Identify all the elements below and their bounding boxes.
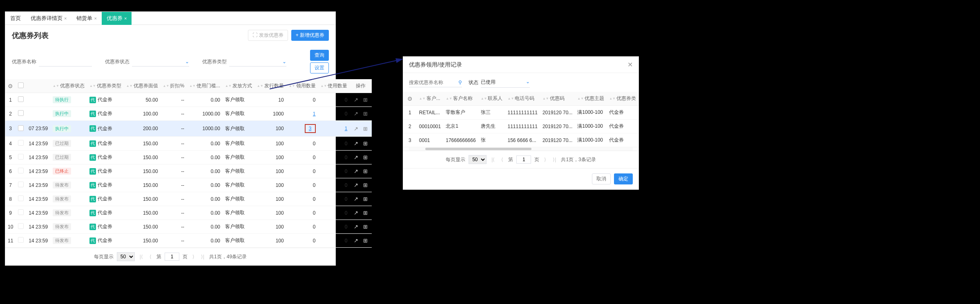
share-icon[interactable]: ↗ bbox=[354, 97, 358, 103]
modal-page-input[interactable] bbox=[516, 155, 531, 164]
row-checkbox[interactable] bbox=[18, 154, 24, 160]
cancel-button[interactable]: 取消 bbox=[592, 173, 611, 184]
scrollbar-thumb[interactable] bbox=[425, 148, 531, 150]
sort-icon[interactable]: ▲▼ bbox=[321, 85, 327, 87]
qrcode-icon[interactable]: ⊞ bbox=[363, 111, 368, 117]
table-row[interactable]: 4 14 23:59 已过期 代代金券 150.00 -- 0.00 客户领取 … bbox=[5, 137, 372, 151]
settings-button[interactable]: 设置 bbox=[310, 62, 329, 73]
coupon-table: ⚙ ▲▼优惠券状态 ▲▼优惠券类型 ▲▼优惠券面值 ▲▼折扣% ▲▼使用门槛..… bbox=[5, 79, 372, 248]
sort-icon[interactable]: ▲▼ bbox=[189, 85, 196, 87]
pager-summary: 共1页，49条记录 bbox=[209, 253, 247, 260]
filter-type-select[interactable] bbox=[229, 57, 286, 67]
query-button[interactable]: 查询 bbox=[310, 50, 329, 61]
sort-icon[interactable]: ▲▼ bbox=[507, 98, 514, 100]
close-icon[interactable]: × bbox=[94, 16, 96, 21]
row-checkbox[interactable] bbox=[18, 96, 24, 102]
prev-page-icon[interactable]: ⟨ bbox=[500, 157, 505, 162]
table-row[interactable]: 8 14 23:59 待发布 代代金券 150.00 -- 0.00 客户领取 … bbox=[5, 192, 372, 206]
share-icon: ↗ bbox=[354, 140, 358, 146]
share-icon[interactable]: ↗ bbox=[354, 111, 358, 117]
first-page-icon[interactable]: |⟨ bbox=[490, 157, 496, 162]
sort-icon[interactable]: ▲▼ bbox=[53, 85, 59, 87]
tab-优惠券[interactable]: 优惠券× bbox=[102, 12, 132, 25]
sort-icon[interactable]: ▲▼ bbox=[577, 98, 584, 100]
claim-qty-link[interactable]: 3 bbox=[309, 126, 312, 131]
table-row[interactable]: 10 14 23:59 待发布 代代金券 150.00 -- 0.00 客户领取… bbox=[5, 220, 372, 234]
gear-icon[interactable]: ⚙ bbox=[407, 95, 413, 102]
row-checkbox[interactable] bbox=[18, 125, 24, 131]
sort-icon[interactable]: ▲▼ bbox=[89, 85, 96, 87]
last-page-icon[interactable]: ⟩| bbox=[199, 254, 206, 260]
row-checkbox[interactable] bbox=[18, 110, 24, 116]
table-row[interactable]: 2 00010001 北京1 唐先生 11111111111 2019120 7… bbox=[403, 120, 638, 133]
sort-icon[interactable]: ▲▼ bbox=[289, 85, 295, 87]
first-page-icon[interactable]: |⟨ bbox=[138, 254, 145, 260]
row-checkbox[interactable] bbox=[18, 182, 24, 187]
qrcode-icon: ⊞ bbox=[363, 182, 368, 188]
table-row[interactable]: 5 14 23:59 已过期 代代金券 150.00 -- 0.00 客户领取 … bbox=[5, 151, 372, 164]
row-checkbox[interactable] bbox=[18, 209, 24, 215]
qrcode-icon[interactable]: ⊞ bbox=[363, 126, 368, 132]
prev-page-icon[interactable]: ⟨ bbox=[148, 254, 153, 260]
sort-icon[interactable]: ▲▼ bbox=[446, 98, 452, 100]
close-icon[interactable]: × bbox=[64, 16, 67, 21]
row-checkbox[interactable] bbox=[18, 223, 24, 229]
table-row[interactable]: 1 待执行 代代金券 50.00 -- 0.00 客户领取 10 0 0 ↗ ⊞ bbox=[5, 93, 372, 107]
table-row[interactable]: 9 14 23:59 待发布 代代金券 150.00 -- 0.00 客户领取 … bbox=[5, 206, 372, 220]
last-page-icon[interactable]: ⟩| bbox=[551, 157, 558, 162]
share-icon: ↗ bbox=[354, 168, 358, 174]
add-coupon-button[interactable]: + 新增优惠券 bbox=[291, 30, 329, 41]
row-checkbox[interactable] bbox=[18, 237, 24, 243]
row-checkbox[interactable] bbox=[18, 195, 24, 201]
table-row[interactable]: 7 14 23:59 待发布 代代金券 150.00 -- 0.00 客户领取 … bbox=[5, 178, 372, 192]
search-icon[interactable]: ⚲ bbox=[458, 80, 462, 85]
close-icon[interactable]: ✕ bbox=[627, 61, 633, 69]
status-badge: 待发布 bbox=[53, 195, 71, 202]
table-row[interactable]: 3 0001 17666666666 张 156 6666 6... 20191… bbox=[403, 133, 638, 147]
table-row[interactable]: 6 14 23:59 已终止 代代金券 150.00 -- 0.00 客户领取 … bbox=[5, 164, 372, 178]
sort-icon[interactable]: ▲▼ bbox=[542, 98, 549, 100]
sort-icon[interactable]: ▲▼ bbox=[163, 85, 170, 87]
modal-per-page-select[interactable]: 50 bbox=[469, 155, 487, 164]
filter-type-label: 优惠券类型 bbox=[202, 58, 227, 65]
row-checkbox[interactable] bbox=[18, 168, 24, 173]
claim-qty-link[interactable]: 1 bbox=[313, 111, 316, 117]
table-row[interactable]: 11 14 23:59 待发布 代代金券 150.00 -- 0.00 客户领取… bbox=[5, 234, 372, 248]
voucher-icon: 代 bbox=[89, 168, 96, 175]
table-row[interactable]: 3 07 23:59 执行中 代代金券 200.00 -- 1000.00 客户… bbox=[5, 121, 372, 137]
page-actions: ⛶ 发放优惠券 + 新增优惠券 bbox=[248, 30, 329, 41]
share-icon[interactable]: ↗ bbox=[354, 126, 358, 132]
table-row[interactable]: 1 RETAIL... 零散客户 张三 11111111111 2019120 … bbox=[403, 106, 638, 120]
table-row[interactable]: 2 执行中 代代金券 100.00 -- 1000.00 客户领取 1000 1… bbox=[5, 107, 372, 121]
qrcode-icon[interactable]: ⊞ bbox=[363, 97, 368, 103]
gear-icon[interactable]: ⚙ bbox=[8, 83, 13, 89]
sort-icon[interactable]: ▲▼ bbox=[126, 85, 133, 87]
modal-search-input[interactable]: ⚲ bbox=[409, 78, 462, 87]
sort-icon[interactable]: ▲▼ bbox=[257, 85, 263, 87]
horizontal-scrollbar[interactable] bbox=[409, 147, 633, 151]
distribute-coupon-button[interactable]: ⛶ 发放优惠券 bbox=[248, 30, 288, 41]
use-qty-link[interactable]: 1 bbox=[345, 126, 348, 131]
confirm-button[interactable]: 确定 bbox=[614, 173, 633, 184]
sort-icon[interactable]: ▲▼ bbox=[481, 98, 487, 100]
select-all-checkbox[interactable] bbox=[18, 82, 24, 88]
modal-status-select[interactable]: 已使用 bbox=[481, 77, 530, 88]
voucher-icon: 代 bbox=[89, 182, 96, 189]
status-badge: 已终止 bbox=[53, 168, 71, 175]
share-icon: ↗ bbox=[354, 224, 358, 230]
filter-name-input[interactable] bbox=[39, 57, 92, 67]
next-page-icon[interactable]: ⟩ bbox=[542, 157, 548, 162]
close-icon[interactable]: × bbox=[124, 16, 127, 21]
next-page-icon[interactable]: ⟩ bbox=[191, 254, 196, 260]
sort-icon[interactable]: ▲▼ bbox=[609, 98, 616, 100]
per-page-select[interactable]: 50 bbox=[117, 252, 135, 261]
sort-icon[interactable]: ▲▼ bbox=[225, 85, 232, 87]
filter-status-select[interactable] bbox=[132, 57, 189, 67]
tab-销货单[interactable]: 销货单× bbox=[71, 12, 101, 25]
page-input[interactable] bbox=[165, 253, 179, 261]
pager: 每页显示 50 |⟨ ⟨ 第 页 ⟩ ⟩| 共1页，49条记录 bbox=[5, 248, 335, 265]
sort-icon[interactable]: ▲▼ bbox=[419, 98, 426, 100]
row-checkbox[interactable] bbox=[18, 140, 24, 146]
tab-首页[interactable]: 首页 bbox=[5, 12, 26, 25]
tab-优惠券详情页[interactable]: 优惠券详情页× bbox=[26, 12, 71, 25]
